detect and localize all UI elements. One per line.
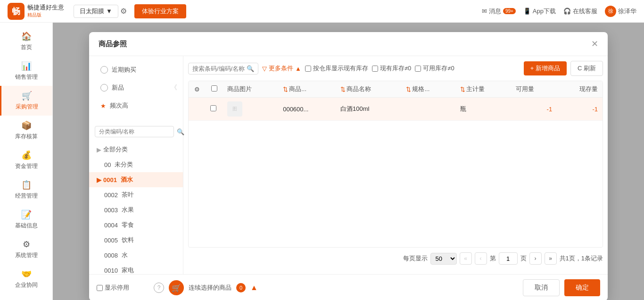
app-download-btn[interactable]: 📱 App下载 bbox=[523, 7, 556, 16]
sidebar-item-sales[interactable]: 📊 销售管理 bbox=[0, 56, 52, 86]
category-search: 🔍 bbox=[89, 123, 183, 140]
refresh-btn[interactable]: C 刷新 bbox=[570, 61, 603, 76]
category-item-0002[interactable]: 0002 茶叶 bbox=[89, 187, 183, 202]
finance-icon: 💰 bbox=[21, 150, 32, 160]
recent-purchase-item[interactable]: 近期购买 bbox=[93, 62, 144, 78]
category-item-0001[interactable]: ▶ 0001 酒水 bbox=[89, 172, 183, 187]
sidebar: 🏠 首页 📊 销售管理 🛒 采购管理 📦 库存核算 💰 资金管理 📋 经营管理 … bbox=[0, 23, 53, 300]
frequent-item[interactable]: ★ 频次高 bbox=[93, 98, 144, 114]
experience-btn[interactable]: 体验行业方案 bbox=[134, 4, 186, 18]
online-service-btn[interactable]: 🎧 在线客服 bbox=[563, 7, 597, 16]
th-code[interactable]: ⇅ 商品... bbox=[278, 81, 336, 98]
filter-btn[interactable]: ▽ 更多条件 ▲ bbox=[262, 64, 301, 73]
add-product-btn[interactable]: + 新增商品 bbox=[524, 61, 567, 75]
row-checkbox[interactable] bbox=[210, 105, 216, 111]
sidebar-label-sales: 销售管理 bbox=[15, 73, 38, 81]
th-gear: ⚙ bbox=[189, 81, 206, 98]
category-item-0010[interactable]: 0010 家电 bbox=[89, 263, 183, 274]
category-item-00[interactable]: 00 未分类 bbox=[89, 157, 183, 172]
category-item-0005[interactable]: 0005 饮料 bbox=[89, 233, 183, 248]
sidebar-item-operation[interactable]: 📋 经营管理 bbox=[0, 175, 52, 205]
next-page-btn[interactable]: › bbox=[529, 252, 542, 265]
cancel-button[interactable]: 取消 bbox=[523, 279, 560, 296]
display-disabled-checkbox-group[interactable]: 显示停用 bbox=[97, 283, 129, 292]
basic-icon: 📝 bbox=[21, 209, 32, 220]
sidebar-item-enterprise[interactable]: 🤝 企业协同 bbox=[0, 264, 52, 294]
last-page-btn[interactable]: » bbox=[545, 252, 557, 265]
sidebar-label-purchase: 采购管理 bbox=[16, 103, 38, 111]
collapse-footer-icon[interactable]: ▲ bbox=[250, 283, 258, 292]
category-section: ▶ 全部分类 00 未分类 ▶ 0001 酒水 bbox=[89, 140, 183, 274]
select-all-checkbox[interactable] bbox=[211, 85, 217, 92]
page-number-input[interactable] bbox=[499, 252, 518, 265]
navbar-right: ✉ 消息 99+ 📱 App下载 🎧 在线客服 徐 徐泽华 bbox=[482, 6, 636, 17]
system-icon: ⚙ bbox=[23, 239, 30, 250]
th-name[interactable]: ⇅ 商品名称 bbox=[336, 81, 402, 98]
prev-page-btn[interactable]: ‹ bbox=[475, 252, 487, 265]
purchase-icon: 🛒 bbox=[22, 91, 32, 101]
category-search-input[interactable] bbox=[95, 126, 174, 137]
category-item-0003[interactable]: 0003 水果 bbox=[89, 202, 183, 217]
filter-icon: ▽ bbox=[262, 65, 267, 72]
sidebar-item-guide[interactable]: 📖 新手引导 bbox=[0, 294, 52, 300]
cell-gear bbox=[189, 98, 206, 121]
new-icon bbox=[100, 84, 108, 92]
sidebar-label-home: 首页 bbox=[21, 43, 32, 51]
available-checkbox[interactable] bbox=[372, 66, 378, 72]
store-selector[interactable]: 日太阳膜 ▼ bbox=[74, 5, 118, 18]
warehouse-checkbox-group[interactable]: 按仓库显示现有库存 bbox=[305, 64, 368, 73]
footer-left: 显示停用 bbox=[97, 283, 129, 292]
table-header-row: ⚙ 商品图片 ⇅ bbox=[189, 81, 603, 98]
active-triangle-icon: ▶ bbox=[97, 176, 101, 183]
sidebar-label-operation: 经营管理 bbox=[15, 192, 38, 200]
star-icon: ★ bbox=[100, 102, 106, 109]
gear-header-icon[interactable]: ⚙ bbox=[194, 86, 200, 93]
cell-stock: -1 bbox=[557, 98, 603, 121]
sidebar-label-inventory: 库存核算 bbox=[15, 133, 38, 141]
sidebar-item-basic[interactable]: 📝 基础信息 bbox=[0, 205, 52, 234]
navbar: 畅 畅捷通好生意 精品版 日太阳膜 ▼ ⚙ 体验行业方案 ✉ 消息 99+ 📱 … bbox=[0, 0, 644, 23]
category-item-0004[interactable]: 0004 零食 bbox=[89, 217, 183, 233]
settings-icon[interactable]: ⚙ bbox=[118, 5, 129, 17]
logo-icon: 畅 bbox=[8, 3, 25, 20]
warehouse-checkbox[interactable] bbox=[305, 66, 311, 72]
sort-icon: ⇅ bbox=[283, 86, 288, 93]
user-menu[interactable]: 徐 徐泽华 bbox=[605, 6, 636, 17]
collapse-panel-button[interactable]: 《 bbox=[169, 82, 179, 94]
cell-spec bbox=[401, 98, 455, 121]
all-category-item[interactable]: ▶ 全部分类 bbox=[89, 142, 183, 157]
pagination: 每页显示 50 10 20 100 « ‹ 第 页 › » bbox=[188, 248, 603, 269]
operation-icon: 📋 bbox=[21, 180, 32, 190]
product-search-input[interactable] bbox=[192, 65, 245, 72]
category-item-0008[interactable]: 0008 水 bbox=[89, 248, 183, 263]
table-row[interactable]: 图 000600... 白酒100ml 瓶 -1 -1 bbox=[189, 98, 603, 121]
sidebar-item-system[interactable]: ⚙ 系统管理 bbox=[0, 234, 52, 264]
enterprise-icon: 🤝 bbox=[21, 269, 32, 279]
new-product-item[interactable]: 新品 bbox=[93, 80, 144, 96]
sidebar-item-finance[interactable]: 💰 资金管理 bbox=[0, 145, 52, 175]
sort-unit-icon: ⇅ bbox=[460, 86, 465, 93]
modal-close-button[interactable]: ✕ bbox=[591, 39, 598, 49]
help-icon[interactable]: ? bbox=[154, 283, 164, 293]
th-image: 商品图片 bbox=[223, 81, 278, 98]
usable-checkbox[interactable] bbox=[415, 66, 421, 72]
cell-code: 000600... bbox=[278, 98, 336, 121]
usable-checkbox-group[interactable]: 可用库存≠0 bbox=[415, 64, 454, 73]
page-size-select[interactable]: 50 10 20 100 bbox=[430, 253, 457, 265]
sidebar-item-home[interactable]: 🏠 首页 bbox=[0, 26, 52, 56]
th-unit[interactable]: ⇅ 主计量 bbox=[455, 81, 511, 98]
sidebar-item-purchase[interactable]: 🛒 采购管理 bbox=[0, 86, 52, 116]
available-checkbox-group[interactable]: 现有库存≠0 bbox=[372, 64, 411, 73]
message-btn[interactable]: ✉ 消息 99+ bbox=[482, 7, 516, 16]
right-panel: 🔍 ▽ 更多条件 ▲ 按仓库显示现有库存 bbox=[183, 56, 608, 274]
product-search-box: 🔍 bbox=[188, 63, 258, 75]
logo: 畅 畅捷通好生意 精品版 bbox=[8, 3, 64, 20]
confirm-button[interactable]: 确定 bbox=[564, 279, 600, 296]
th-spec[interactable]: ⇅ 规格... bbox=[401, 81, 455, 98]
cart-icon[interactable]: 🛒 bbox=[169, 280, 184, 295]
display-disabled-checkbox[interactable] bbox=[97, 285, 103, 291]
first-page-btn[interactable]: « bbox=[460, 252, 472, 265]
main-layout: 🏠 首页 📊 销售管理 🛒 采购管理 📦 库存核算 💰 资金管理 📋 经营管理 … bbox=[0, 23, 644, 300]
sidebar-item-inventory[interactable]: 📦 库存核算 bbox=[0, 116, 52, 145]
modal-title: 商品参照 bbox=[99, 40, 127, 49]
